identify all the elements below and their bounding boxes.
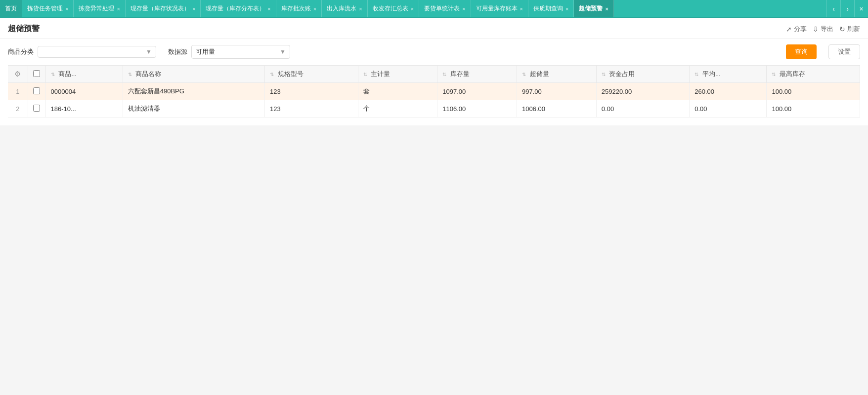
row-unit: 套 [358,83,437,100]
column-max-stock: ⇅ 最高库存 [767,66,860,83]
sort-icon-capital[interactable]: ⇅ [602,72,606,77]
row-stock: 1106.00 [437,100,517,118]
table-body: 1 0000004 六配套新昌490BPG 123 套 1097.00 997.… [8,83,860,118]
column-product-code: ⇅ 商品... [45,66,123,83]
filter-row: 商品分类 ▼ 数据源 可用量 ▼ 查询 设置 [0,39,868,65]
row-overstock: 1006.00 [517,100,597,118]
page-title: 超储预警 [8,24,40,34]
row-capital: 259220.00 [596,83,689,100]
nav-close-all-button[interactable]: × [854,0,868,18]
datasource-select[interactable]: 可用量 ▼ [191,45,290,59]
column-overstock: ⇅ 超储量 [517,66,597,83]
sort-icon-name[interactable]: ⇅ [128,72,132,77]
column-product-name: ⇅ 商品名称 [123,66,264,83]
nav-tab-inout[interactable]: 出入库流水 × [322,0,367,18]
column-settings-icon[interactable]: ⚙ [14,70,21,78]
export-icon: ⇩ [813,25,819,33]
export-button[interactable]: ⇩ 导出 [813,25,833,34]
row-product-name: 机油滤清器 [123,100,264,118]
row-max-stock: 100.00 [767,100,860,118]
column-capital: ⇅ 资金占用 [596,66,689,83]
row-index: 2 [8,100,28,118]
refresh-icon: ↻ [839,25,845,33]
row-checkbox[interactable] [33,87,40,94]
row-index: 1 [8,83,28,100]
row-spec: 123 [265,100,358,118]
close-tab-stock-status[interactable]: × [192,6,195,12]
column-gear: ⚙ [8,66,28,83]
refresh-button[interactable]: ↻ 刷新 [839,25,860,34]
sort-icon-max[interactable]: ⇅ [772,72,776,77]
nav-tab-task[interactable]: 拣货任务管理 × [22,0,74,18]
nav-tab-overstock[interactable]: 超储预警 × [574,0,613,18]
close-tab-expiry[interactable]: × [565,6,568,12]
nav-tab-stock-status[interactable]: 现存量（库存状况表） × [126,0,201,18]
close-tab-stock-dist[interactable]: × [267,6,270,12]
column-unit: ⇅ 主计量 [358,66,437,83]
category-filter: 商品分类 ▼ [8,46,156,58]
row-avg: 260.00 [690,83,767,100]
close-tab-overstock[interactable]: × [605,6,608,12]
share-icon: ➚ [786,25,792,33]
header-actions: ➚ 分享 ⇩ 导出 ↻ 刷新 [786,25,860,34]
column-stock: ⇅ 库存量 [437,66,517,83]
sort-icon-avg[interactable]: ⇅ [694,72,698,77]
close-tab-batch[interactable]: × [313,6,316,12]
sort-icon-unit[interactable]: ⇅ [363,72,367,77]
share-button[interactable]: ➚ 分享 [786,25,807,34]
row-product-code: 0000004 [45,83,123,100]
row-unit: 个 [358,100,437,118]
row-max-stock: 100.00 [767,83,860,100]
row-product-name: 六配套新昌490BPG [123,83,264,100]
sort-icon-stock[interactable]: ⇅ [442,72,446,77]
datasource-select-value: 可用量 [196,47,215,56]
nav-arrows-container: ‹ › × [826,0,868,18]
row-overstock: 997.00 [517,83,597,100]
top-navigation: 首页 拣货任务管理 × 拣货异常处理 × 现存量（库存状况表） × 现存量（库存… [0,0,868,18]
nav-tab-collect[interactable]: 收发存汇总表 × [368,0,419,18]
chevron-down-icon-ds: ▼ [280,48,286,55]
sort-icon-overstock[interactable]: ⇅ [522,72,526,77]
nav-tab-batch[interactable]: 库存批次账 × [276,0,322,18]
row-checkbox-cell [28,100,45,118]
column-select-all [28,66,45,83]
nav-tab-abnormal[interactable]: 拣货异常处理 × [74,0,125,18]
nav-tab-order-stat[interactable]: 要货单统计表 × [419,0,471,18]
category-label: 商品分类 [8,47,34,56]
select-all-checkbox[interactable] [33,70,40,77]
sort-icon[interactable]: ⇅ [51,72,55,77]
row-stock: 1097.00 [437,83,517,100]
nav-tab-expiry[interactable]: 保质期查询 × [528,0,574,18]
nav-tab-avail-stock[interactable]: 可用量库存账本 × [471,0,528,18]
close-tab-avail-stock[interactable]: × [520,6,523,12]
category-select[interactable]: ▼ [38,46,156,58]
table-row: 2 186-10... 机油滤清器 123 个 1106.00 1006.00 … [8,100,860,118]
chevron-down-icon: ▼ [146,48,152,55]
row-checkbox[interactable] [33,105,40,112]
settings-button[interactable]: 设置 [828,44,860,59]
sort-icon-spec[interactable]: ⇅ [270,72,274,77]
datasource-filter: 数据源 可用量 ▼ [168,45,290,59]
close-tab-inout[interactable]: × [359,6,362,12]
column-spec: ⇅ 规格型号 [265,66,358,83]
table-header-row: ⚙ ⇅ 商品... ⇅ 商品名称 ⇅ 规格型号 [8,66,860,83]
close-tab-task[interactable]: × [65,6,68,12]
row-capital: 0.00 [596,100,689,118]
nav-prev-button[interactable]: ‹ [826,0,840,18]
table-row: 1 0000004 六配套新昌490BPG 123 套 1097.00 997.… [8,83,860,100]
row-avg: 0.00 [690,100,767,118]
nav-tab-stock-dist[interactable]: 现存量（库存分布表） × [201,0,276,18]
row-product-code: 186-10... [45,100,123,118]
datasource-label: 数据源 [168,47,187,56]
page-header: 超储预警 ➚ 分享 ⇩ 导出 ↻ 刷新 [0,18,868,39]
table-container: ⚙ ⇅ 商品... ⇅ 商品名称 ⇅ 规格型号 [0,65,868,125]
close-tab-collect[interactable]: × [411,6,414,12]
page-content: 超储预警 ➚ 分享 ⇩ 导出 ↻ 刷新 商品分类 ▼ 数据源 [0,18,868,125]
column-avg: ⇅ 平均... [690,66,767,83]
query-button[interactable]: 查询 [786,44,817,59]
close-tab-order-stat[interactable]: × [462,6,465,12]
nav-next-button[interactable]: › [840,0,854,18]
overstock-table: ⚙ ⇅ 商品... ⇅ 商品名称 ⇅ 规格型号 [8,65,860,118]
nav-tab-home[interactable]: 首页 [0,0,22,18]
close-tab-abnormal[interactable]: × [117,6,120,12]
